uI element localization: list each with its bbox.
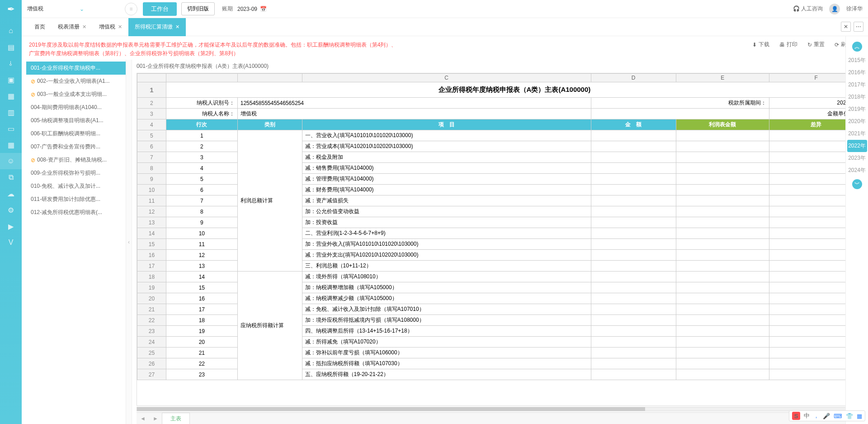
- sheet-title: 企业所得税年度纳税申报表（A类）主表(A100000): [166, 82, 863, 98]
- nav-play-icon[interactable]: ▶: [0, 218, 22, 234]
- nav-v-icon[interactable]: V: [0, 234, 22, 251]
- spreadsheet-grid[interactable]: CDEF 1企业所得税年度纳税申报表（A类）主表(A100000) 2纳税人识别…: [137, 73, 863, 406]
- warn-icon: ⊘: [31, 157, 35, 163]
- year-button[interactable]: 2015年: [847, 54, 867, 67]
- year-button[interactable]: 2018年: [847, 91, 867, 103]
- nav-grid-icon[interactable]: ▦: [0, 137, 22, 153]
- sheet-next-icon[interactable]: ►: [149, 415, 162, 422]
- form-list-item[interactable]: 012-减免所得税优惠明细表(...: [26, 206, 126, 219]
- nav-list-icon[interactable]: ▦: [0, 88, 22, 104]
- year-rail: ︽ 2015年2016年2017年2018年2019年2020年2021年202…: [845, 36, 868, 424]
- nav-bag-icon[interactable]: ▣: [0, 71, 22, 88]
- close-icon[interactable]: ✕: [82, 24, 86, 30]
- warning-notice: 2019年度涉及取以前年度结转数据的申报表单元格需要手工维护正确，才能保证本年及…: [29, 41, 400, 58]
- breadcrumb: 001-企业所得税年度纳税申报表（A类）主表(A100000): [132, 60, 868, 73]
- avatar[interactable]: 👤: [829, 4, 840, 14]
- year-button[interactable]: 2016年: [847, 67, 867, 79]
- close-icon[interactable]: ✕: [118, 24, 122, 30]
- download-button[interactable]: ⬇ 下载: [752, 41, 769, 48]
- horizontal-scrollbar[interactable]: [137, 406, 863, 412]
- workbench-button[interactable]: 工作台: [143, 2, 177, 16]
- left-nav: ✒ ⌂ ▤ ⫰ ▣ ▦ ▥ ▭ ▦ ☺ ⧉ ☁ ⚙ ▶ V: [0, 0, 22, 424]
- print-button[interactable]: 🖶 打印: [779, 41, 797, 48]
- nav-chart-icon[interactable]: ⫰: [0, 55, 22, 71]
- year-button[interactable]: 2017年: [847, 79, 867, 91]
- form-list-item[interactable]: 011-研发费用加计扣除优惠...: [26, 193, 126, 206]
- tab-home[interactable]: 首页: [28, 18, 52, 36]
- nav-form-icon[interactable]: ▭: [0, 120, 22, 137]
- close-all-tabs-icon[interactable]: ✕: [841, 22, 851, 32]
- ime-toolbar[interactable]: S 中 ， 🎤 ⌨ 👕 ▦: [789, 410, 865, 421]
- username: 徐泽华: [846, 5, 863, 13]
- ime-grid-icon[interactable]: ▦: [857, 413, 862, 419]
- nav-gear-icon[interactable]: ⚙: [0, 202, 22, 218]
- tab-vat[interactable]: 增值税✕: [93, 18, 128, 36]
- tab-income-tax[interactable]: 所得税汇算清缴✕: [128, 18, 186, 36]
- consult-link[interactable]: 🎧 人工咨询: [793, 5, 823, 13]
- circle-button[interactable]: ≡: [125, 3, 137, 15]
- top-bar: 增值税 ⌄ ≡ 工作台 切到旧版 账期 2023-09 📅 🎧 人工咨询 👤 徐…: [22, 0, 868, 18]
- form-list-item[interactable]: 010-免税、减计收入及加计...: [26, 180, 126, 193]
- form-list-item[interactable]: 007-广告费和业务宣传费跨...: [26, 140, 126, 153]
- form-list-item[interactable]: 001-企业所得税年度纳税申...: [26, 62, 126, 75]
- form-list-item[interactable]: ⊘008-资产折旧、摊销及纳税...: [26, 153, 126, 167]
- year-button[interactable]: 2023年: [847, 152, 867, 164]
- app-logo: ✒: [0, 0, 22, 18]
- year-button[interactable]: 2021年: [847, 128, 867, 140]
- form-list-item[interactable]: 004-期间费用明细表(A1040...: [26, 101, 126, 114]
- reset-button[interactable]: ↻ 重置: [807, 41, 825, 48]
- year-button[interactable]: 2022年: [847, 140, 867, 152]
- chevron-down-icon: ⌄: [80, 6, 84, 12]
- nav-report-icon[interactable]: ▥: [0, 104, 22, 120]
- form-list-item[interactable]: 006-职工薪酬纳税调整明细...: [26, 127, 126, 140]
- sheet-tab-main[interactable]: 主表: [162, 413, 190, 424]
- tab-tax-list[interactable]: 税表清册✕: [52, 18, 93, 36]
- nav-home-icon[interactable]: ⌂: [0, 23, 22, 39]
- nav-doc-icon[interactable]: ▤: [0, 39, 22, 55]
- ime-shirt-icon[interactable]: 👕: [846, 413, 853, 419]
- year-button[interactable]: 2024年: [847, 164, 867, 176]
- more-tabs-icon[interactable]: ⋯: [854, 22, 863, 32]
- ime-mode[interactable]: 中: [804, 412, 810, 420]
- collapse-handle[interactable]: ‹: [126, 60, 132, 424]
- nav-tax-icon[interactable]: ☺: [0, 153, 22, 169]
- scroll-up-icon[interactable]: ︽: [852, 42, 862, 52]
- nav-cloud-icon[interactable]: ☁: [0, 186, 22, 202]
- tab-bar: 首页 税表清册✕ 增值税✕ 所得税汇算清缴✕ ✕ ⋯: [22, 18, 868, 36]
- table-row[interactable]: 1814应纳税所得额计算减：境外所得（填写A108010）: [137, 272, 863, 282]
- sheet-prev-icon[interactable]: ◄: [137, 415, 149, 422]
- form-list-item[interactable]: 005-纳税调整项目明细表(A1...: [26, 114, 126, 127]
- ime-comma-icon[interactable]: ，: [813, 412, 819, 420]
- year-button[interactable]: 2019年: [847, 103, 867, 115]
- ime-mic-icon[interactable]: 🎤: [823, 413, 830, 419]
- calendar-icon[interactable]: 📅: [260, 6, 267, 12]
- form-list-item[interactable]: 009-企业所得税弥补亏损明...: [26, 167, 126, 180]
- sheet-tabs: ◄ ► 主表: [137, 412, 863, 424]
- ime-logo-icon: S: [792, 412, 800, 420]
- warn-icon: ⊘: [31, 91, 35, 98]
- scroll-down-icon[interactable]: ︾: [852, 179, 862, 189]
- warn-icon: ⊘: [31, 78, 35, 85]
- company-selector[interactable]: 增值税 ⌄: [27, 5, 118, 13]
- period-label: 账期: [222, 5, 233, 13]
- period-value: 2023-09: [237, 6, 257, 12]
- table-row[interactable]: 51利润总额计算一、营业收入(填写A101010\101020\103000): [137, 130, 863, 141]
- year-button[interactable]: 2020年: [847, 115, 867, 128]
- company-name: 增值税: [27, 5, 43, 13]
- form-list-item[interactable]: ⊘002-一般企业收入明细表(A1...: [26, 75, 126, 88]
- ime-keyboard-icon[interactable]: ⌨: [834, 413, 842, 419]
- nav-copy-icon[interactable]: ⧉: [0, 169, 22, 186]
- close-icon[interactable]: ✕: [175, 24, 179, 30]
- switch-old-button[interactable]: 切到旧版: [181, 2, 215, 15]
- form-list-item[interactable]: ⊘003-一般企业成本支出明细...: [26, 88, 126, 101]
- form-list: 001-企业所得税年度纳税申...⊘002-一般企业收入明细表(A1...⊘00…: [26, 60, 126, 424]
